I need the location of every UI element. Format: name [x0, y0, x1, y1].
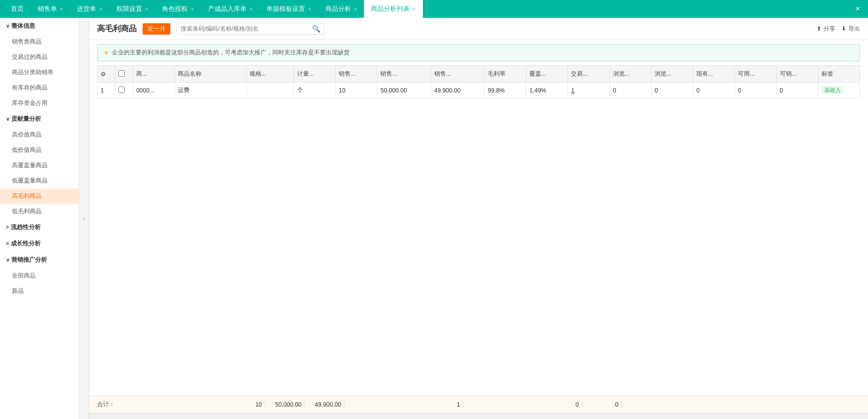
share-icon: ⬆	[817, 25, 821, 32]
row-sales2: 50,000.00	[377, 83, 431, 98]
sidebar-group-label: 贡献量分析	[11, 115, 41, 123]
col-header-销售...[interactable]: 销售...	[431, 66, 484, 83]
nav-close-icon[interactable]: ×	[412, 6, 415, 12]
sidebar-item-销售类商品[interactable]: 销售类商品	[0, 34, 79, 49]
nav-item-商品分析[interactable]: 商品分析×	[318, 0, 364, 18]
row-code: 0000...	[133, 83, 175, 98]
nav-close-icon[interactable]: ×	[60, 6, 63, 12]
row-tag: 高收入	[818, 83, 860, 98]
header-actions: ⬆ 分享 ⬇ 导出	[817, 25, 860, 33]
col-header-标签[interactable]: 标签	[818, 66, 860, 83]
nav-item-销售单[interactable]: 销售单×	[31, 0, 70, 18]
row-trade-link[interactable]: 1	[571, 87, 574, 94]
sidebar-item-有库存的商品[interactable]: 有库存的商品	[0, 80, 79, 95]
collapse-icon: ‹	[83, 215, 85, 222]
col-header-可销...[interactable]: 可销...	[776, 66, 818, 83]
sidebar-group-流趋性分析[interactable]: >流趋性分析	[0, 219, 79, 235]
search-box: 🔍	[176, 23, 325, 35]
sidebar-item-低毛利商品[interactable]: 低毛利商品	[0, 204, 79, 219]
sidebar-item-商品分类助销率[interactable]: 商品分类助销率	[0, 65, 79, 80]
nav-close-icon[interactable]: ×	[191, 6, 194, 12]
col-header-销售...[interactable]: 销售...	[377, 66, 431, 83]
col-header-浏览...[interactable]: 浏览...	[610, 66, 651, 83]
col-header-现有...[interactable]: 现有...	[693, 66, 735, 83]
col-header-[interactable]	[115, 66, 133, 83]
col-header-交易...[interactable]: 交易...	[568, 66, 610, 83]
select-all-checkbox[interactable]	[118, 70, 125, 77]
footer-sales2: 50,000.00	[265, 401, 305, 408]
row-spec	[246, 83, 294, 98]
col-header-可用...[interactable]: 可用...	[735, 66, 776, 83]
sidebar-item-高覆盖量商品[interactable]: 高覆盖量商品	[0, 158, 79, 173]
sidebar-item-全部商品[interactable]: 全部商品	[0, 268, 79, 283]
col-header-覆盖...[interactable]: 覆盖...	[526, 66, 568, 83]
row-view2: 0	[651, 83, 693, 98]
col-header-毛利率[interactable]: 毛利率	[485, 66, 526, 83]
row-select-checkbox[interactable]	[118, 87, 125, 93]
search-input[interactable]	[181, 25, 312, 32]
row-coverage: 1.49%	[526, 83, 568, 98]
footer-stock2: 0	[582, 401, 622, 408]
col-header-商品名称[interactable]: 商品名称	[175, 66, 246, 83]
sidebar-item-高价值商品[interactable]: 高价值商品	[0, 127, 79, 142]
footer-stock1: 0	[543, 401, 582, 408]
share-button[interactable]: ⬆ 分享	[817, 25, 835, 33]
sidebar-item-交易过的商品[interactable]: 交易过的商品	[0, 49, 79, 65]
table-container[interactable]: ⚙商...商品名称规格...计量...销售...销售...销售...毛利率覆盖.…	[89, 65, 868, 395]
sidebar-item-高毛利商品[interactable]: 高毛利商品	[0, 188, 79, 204]
sidebar-arrow-icon: ∨	[6, 116, 9, 122]
col-header-商...[interactable]: 商...	[133, 66, 175, 83]
close-all-button[interactable]: ×	[852, 4, 864, 13]
nav-close-icon[interactable]: ×	[145, 6, 148, 12]
sidebar-arrow-icon: ∨	[6, 257, 9, 263]
nav-item-进货单[interactable]: 进货单×	[70, 0, 109, 18]
nav-item-角色授权[interactable]: 角色授权×	[155, 0, 201, 18]
col-header-⚙[interactable]: ⚙	[98, 66, 115, 83]
col-header-计量...[interactable]: 计量...	[294, 66, 336, 83]
sidebar-item-低覆盖量商品[interactable]: 低覆盖量商品	[0, 173, 79, 188]
col-header-浏览...[interactable]: 浏览...	[651, 66, 693, 83]
search-icon: 🔍	[312, 25, 320, 33]
row-stock2: 0	[735, 83, 776, 98]
sidebar-group-label: 成长性分析	[11, 239, 41, 248]
nav-item-单据模板设置[interactable]: 单据模板设置×	[259, 0, 318, 18]
row-stock3: 0	[776, 83, 818, 98]
sidebar-item-库存资金占用[interactable]: 库存资金占用	[0, 95, 79, 111]
page-title: 高毛利商品	[97, 24, 137, 34]
sidebar-arrow-icon: >	[6, 241, 9, 246]
sidebar-item-新品[interactable]: 新品	[0, 283, 79, 299]
nav-item-产成品入库单[interactable]: 产成品入库单×	[201, 0, 259, 18]
export-button[interactable]: ⬇ 导出	[841, 25, 860, 33]
nav-item-首页[interactable]: 首页	[4, 0, 31, 18]
col-header-销售...[interactable]: 销售...	[336, 66, 377, 83]
info-icon: ☀	[103, 49, 109, 56]
sidebar-collapse-button[interactable]: ‹	[79, 18, 89, 419]
sidebar-group-成长性分析[interactable]: >成长性分析	[0, 235, 79, 252]
sidebar-group-营销推广分析[interactable]: ∨营销推广分析	[0, 252, 79, 268]
filter-button[interactable]: 近一月	[143, 23, 170, 35]
content-header: 高毛利商品 近一月 🔍 ⬆ 分享 ⬇ 导出	[89, 18, 868, 40]
sidebar-group-整体信息[interactable]: ∨整体信息	[0, 18, 79, 34]
nav-item-商品分析列表[interactable]: 商品分析列表×	[364, 0, 422, 18]
row-index: 1	[98, 83, 115, 98]
nav-close-icon[interactable]: ×	[354, 6, 357, 12]
sidebar-arrow-icon: >	[6, 225, 9, 230]
footer-sales1: 10	[226, 401, 265, 408]
export-icon: ⬇	[841, 25, 846, 32]
sidebar: ∨整体信息销售类商品交易过的商品商品分类助销率有库存的商品库存资金占用∨贡献量分…	[0, 18, 79, 419]
nav-close-icon[interactable]: ×	[250, 6, 253, 12]
banner-text: 企业的主要的利润都是这部分商品创造的，可考虑加大推广，同时关注库存是不要出现缺货	[112, 48, 350, 57]
nav-close-icon[interactable]: ×	[99, 6, 102, 12]
nav-close-icon[interactable]: ×	[308, 6, 311, 12]
scrollbar-area[interactable]	[89, 413, 868, 419]
footer-trade: 1	[424, 401, 463, 408]
sidebar-arrow-icon: ∨	[6, 23, 9, 29]
col-header-规格...[interactable]: 规格...	[246, 66, 294, 83]
sidebar-item-低价值商品[interactable]: 低价值商品	[0, 142, 79, 158]
row-sales3: 49,900.00	[431, 83, 484, 98]
main-layout: ∨整体信息销售类商品交易过的商品商品分类助销率有库存的商品库存资金占用∨贡献量分…	[0, 18, 868, 419]
table-row: 10000...运费个1050,000.0049,900.0099.8%1.49…	[98, 83, 860, 98]
row-unit: 个	[294, 83, 336, 98]
nav-item-权限设置[interactable]: 权限设置×	[109, 0, 155, 18]
sidebar-group-贡献量分析[interactable]: ∨贡献量分析	[0, 111, 79, 127]
